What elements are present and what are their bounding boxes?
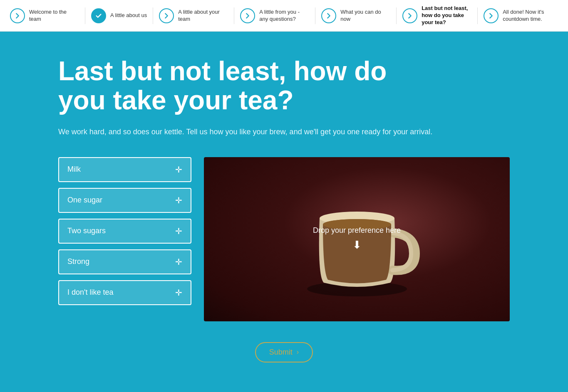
drag-icon-no-tea: ✛ xyxy=(175,288,182,298)
nav-step-icon-tea xyxy=(402,8,417,23)
tea-option-label-milk: Milk xyxy=(67,165,81,174)
tea-option-milk[interactable]: Milk ✛ xyxy=(58,157,191,182)
chevron-right-icon-2 xyxy=(163,12,170,20)
nav-step-label-about-team: A little about your team xyxy=(178,9,228,23)
tea-option-label-two-sugars: Two sugars xyxy=(67,227,106,235)
chevron-right-icon-3 xyxy=(244,12,251,20)
tea-options-list: Milk ✛ One sugar ✛ Two sugars ✛ Strong ✛… xyxy=(58,157,191,305)
tea-cup-image xyxy=(286,177,428,301)
tea-option-label-strong: Strong xyxy=(67,257,89,266)
tea-option-no-tea[interactable]: I don't like tea ✛ xyxy=(58,280,191,305)
nav-step-icon-what-now xyxy=(321,8,336,23)
page-title: Last but not least, how do you take your… xyxy=(58,57,433,115)
content-area: Milk ✛ One sugar ✛ Two sugars ✛ Strong ✛… xyxy=(58,157,510,321)
nav-step-label-about-us: A little about us xyxy=(110,12,147,19)
drag-icon-strong: ✛ xyxy=(175,257,182,267)
page-subtitle: We work hard, and so does our kettle. Te… xyxy=(58,128,433,136)
submit-area: Submit › xyxy=(58,342,510,362)
submit-label: Submit xyxy=(269,348,293,357)
chevron-right-icon-5 xyxy=(406,12,414,20)
tea-option-one-sugar[interactable]: One sugar ✛ xyxy=(58,188,191,213)
chevron-right-icon xyxy=(14,12,21,20)
nav-step-label-welcome: Welcome to the team xyxy=(29,9,79,23)
nav-step-tea[interactable]: Last but not least, how do you take your… xyxy=(397,0,477,31)
submit-button[interactable]: Submit › xyxy=(255,342,313,362)
nav-step-icon-welcome xyxy=(10,8,25,23)
chevron-right-icon-4 xyxy=(325,12,332,20)
nav-step-what-now[interactable]: What you can do now xyxy=(315,0,396,31)
nav-step-icon-questions xyxy=(240,8,255,23)
nav-step-label-done: All done! Now it's countdown time. xyxy=(503,9,553,23)
svg-point-3 xyxy=(323,219,391,230)
nav-step-label-what-now: What you can do now xyxy=(340,9,390,23)
chevron-right-icon-6 xyxy=(487,12,495,20)
nav-step-welcome[interactable]: Welcome to the team xyxy=(4,0,85,31)
tea-option-label-no-tea: I don't like tea xyxy=(67,288,114,297)
nav-step-icon-done xyxy=(484,8,499,23)
check-icon xyxy=(95,12,102,20)
drag-icon-one-sugar: ✛ xyxy=(175,195,182,205)
drag-icon-milk: ✛ xyxy=(175,165,182,175)
drop-zone-background: Drop your preference here ⬇ xyxy=(204,157,510,321)
drag-icon-two-sugars: ✛ xyxy=(175,226,182,236)
main-content: Last but not least, how do you take your… xyxy=(0,32,568,387)
nav-step-done[interactable]: All done! Now it's countdown time. xyxy=(478,0,558,31)
nav-step-label-questions: A little from you - any questions? xyxy=(259,9,309,23)
nav-step-questions[interactable]: A little from you - any questions? xyxy=(234,0,315,31)
tea-option-label-one-sugar: One sugar xyxy=(67,196,102,205)
submit-chevron-icon: › xyxy=(297,348,299,356)
nav-step-about-team[interactable]: A little about your team xyxy=(153,0,234,31)
nav-bar: Welcome to the team A little about us A … xyxy=(0,0,568,32)
tea-option-two-sugars[interactable]: Two sugars ✛ xyxy=(58,219,191,244)
nav-step-icon-about-us xyxy=(91,8,106,23)
tea-option-strong[interactable]: Strong ✛ xyxy=(58,249,191,274)
nav-step-icon-about-team xyxy=(159,8,174,23)
nav-step-about-us[interactable]: A little about us xyxy=(85,0,153,31)
drop-zone[interactable]: Drop your preference here ⬇ xyxy=(204,157,510,321)
nav-step-label-tea: Last but not least, how do you take your… xyxy=(422,5,471,26)
